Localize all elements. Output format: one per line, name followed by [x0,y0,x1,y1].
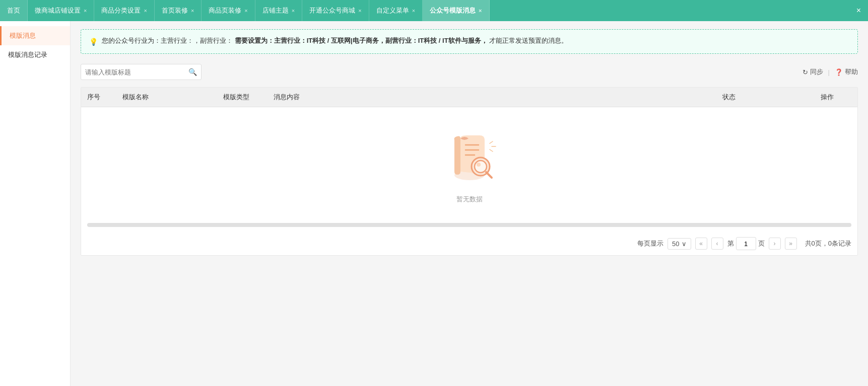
th-status: 状态 [716,88,797,107]
svg-line-11 [490,149,493,151]
search-input[interactable] [85,68,188,76]
chevron-down-icon: ∨ [682,240,687,248]
next-page-button[interactable]: › [769,238,781,250]
nav-tab-home-decoration[interactable]: 首页装修 × [155,0,202,21]
main-content: 💡 您的公众号行业为：主营行业：，副营行业： 需要设置为：主营行业：IT科技 /… [71,21,868,386]
empty-text: 暂无数据 [456,195,483,204]
sync-icon: ↻ [803,68,808,76]
horizontal-scrollbar[interactable] [87,223,851,227]
search-bar: 🔍 ↻ 同步 | ❓ 帮助 [81,64,858,80]
svg-point-8 [477,163,481,167]
empty-state: 暂无数据 [81,107,857,219]
nav-tab-store-settings[interactable]: 微商城店铺设置 × [28,0,94,21]
th-name: 模版名称 [116,88,217,107]
data-table: 序号 模版名称 模版类型 消息内容 状态 操作 [81,87,858,256]
th-type: 模版类型 [217,88,268,107]
bulb-icon: 💡 [89,36,98,47]
close-icon[interactable]: × [412,8,415,14]
table-header: 序号 模版名称 模版类型 消息内容 状态 操作 [81,88,857,107]
top-nav: 首页 微商城店铺设置 × 商品分类设置 × 首页装修 × 商品页装修 × 店铺主… [0,0,868,21]
page-input-wrapper: 第 页 [727,237,765,250]
sync-button[interactable]: ↻ 同步 [803,67,823,76]
search-actions: ↻ 同步 | ❓ 帮助 [803,67,858,76]
help-icon: ❓ [835,68,843,76]
scrollbar-area[interactable] [81,219,857,231]
help-button[interactable]: ❓ 帮助 [835,67,858,76]
notice-text: 您的公众号行业为：主营行业：，副营行业： 需要设置为：主营行业：IT科技 / 互… [102,36,568,46]
page-size-label: 每页显示 [637,239,663,248]
close-icon[interactable]: × [479,8,482,14]
page-size-select[interactable]: 50 ∨ [667,238,691,250]
nav-tab-open-store[interactable]: 开通公众号商城 × [302,0,369,21]
first-page-button[interactable]: « [695,238,707,250]
nav-tab-product-category[interactable]: 商品分类设置 × [94,0,154,21]
nav-tab-store-theme[interactable]: 店铺主题 × [255,0,302,21]
empty-icon [439,127,500,188]
close-icon[interactable]: × [144,8,147,14]
th-action: 操作 [797,88,857,107]
close-all-button[interactable]: × [849,6,868,15]
notice-box: 💡 您的公众号行业为：主营行业：，副营行业： 需要设置为：主营行业：IT科技 /… [81,29,858,54]
close-icon[interactable]: × [191,8,194,14]
search-icon[interactable]: 🔍 [188,68,197,76]
close-icon[interactable]: × [292,8,295,14]
svg-line-7 [486,172,492,178]
sidebar-item-template-record[interactable]: 模版消息记录 [0,45,70,64]
sidebar-item-template-message[interactable]: 模版消息 [0,26,70,45]
close-icon[interactable]: × [358,8,361,14]
sidebar: 模版消息 模版消息记录 [0,21,71,386]
search-input-wrapper: 🔍 [81,64,202,80]
prev-page-button[interactable]: ‹ [711,238,723,250]
svg-line-9 [490,141,493,143]
page-total: 共0页，0条记录 [805,239,851,248]
last-page-button[interactable]: » [785,238,797,250]
nav-tab-template-msg[interactable]: 公众号模版消息 × [423,0,489,21]
pagination: 每页显示 50 ∨ « ‹ 第 页 › » 共0页，0条记录 [81,231,857,255]
nav-tab-product-decoration[interactable]: 商品页装修 × [202,0,255,21]
th-content: 消息内容 [268,88,716,107]
main-layout: 模版消息 模版消息记录 💡 您的公众号行业为：主营行业：，副营行业： 需要设置为… [0,21,868,386]
th-seq: 序号 [81,88,116,107]
nav-tab-custom-menu[interactable]: 自定义菜单 × [369,0,423,21]
close-icon[interactable]: × [244,8,247,14]
nav-tab-home[interactable]: 首页 [0,0,28,21]
page-number-input[interactable] [736,237,756,250]
close-icon[interactable]: × [84,8,87,14]
